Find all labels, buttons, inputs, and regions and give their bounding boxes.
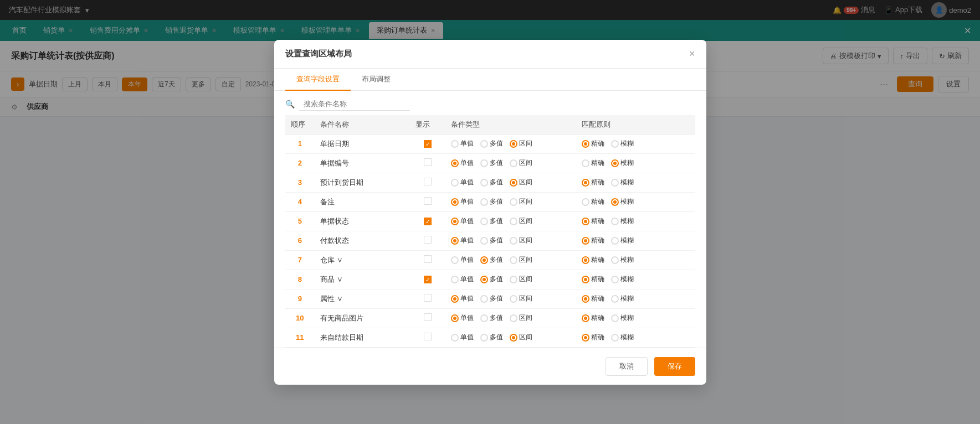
th-type: 条件类型 bbox=[445, 115, 576, 117]
dialog-close-btn[interactable]: × bbox=[689, 49, 695, 59]
th-display: 显示 bbox=[410, 115, 445, 117]
settings-dialog: 设置查询区域布局 × 查询字段设置 布局调整 🔍 顺序 条件名称 bbox=[274, 40, 706, 117]
dialog-header: 设置查询区域布局 × bbox=[274, 40, 706, 69]
dialog-search-area: 🔍 bbox=[274, 91, 706, 115]
modal-overlay: 设置查询区域布局 × 查询字段设置 布局调整 🔍 顺序 条件名称 bbox=[0, 0, 980, 117]
dialog-table-wrap: 顺序 条件名称 显示 条件类型 匹配原则 1单据日期单值多值区间精确模糊2单据编… bbox=[274, 115, 706, 117]
table-header: 顺序 条件名称 显示 条件类型 匹配原则 bbox=[285, 115, 695, 117]
search-input[interactable] bbox=[299, 97, 410, 111]
th-order: 顺序 bbox=[285, 115, 315, 117]
dialog-title: 设置查询区域布局 bbox=[285, 49, 352, 59]
th-name: 条件名称 bbox=[315, 115, 410, 117]
search-icon: 🔍 bbox=[285, 100, 295, 108]
dialog-tab-layout[interactable]: 布局调整 bbox=[351, 69, 402, 91]
dialog-tabs: 查询字段设置 布局调整 bbox=[274, 69, 706, 91]
th-match: 匹配原则 bbox=[576, 115, 695, 117]
dialog-tab-fields[interactable]: 查询字段设置 bbox=[285, 69, 351, 91]
conditions-table: 顺序 条件名称 显示 条件类型 匹配原则 1单据日期单值多值区间精确模糊2单据编… bbox=[285, 115, 695, 117]
